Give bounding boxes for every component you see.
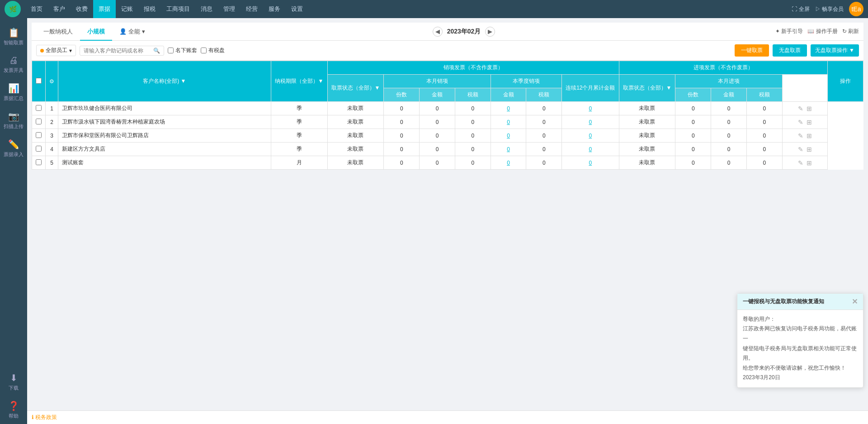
employee-filter[interactable]: 全部员工 ▾ bbox=[36, 45, 76, 56]
prev-month-btn[interactable]: ◀ bbox=[433, 27, 443, 37]
chevron-down-icon: ▾ bbox=[69, 48, 72, 54]
edit-icon[interactable]: ✎ bbox=[798, 105, 803, 112]
col-sales-q-tax: 税额 bbox=[526, 88, 562, 102]
row-tax-period: 季 bbox=[271, 115, 327, 129]
sidebar-icon: 📋 bbox=[8, 27, 19, 38]
tab-general-taxpayer[interactable]: 一般纳税人 bbox=[36, 23, 80, 41]
edit-icon[interactable]: ✎ bbox=[798, 132, 803, 139]
view-icon[interactable]: ⊞ bbox=[807, 146, 812, 153]
no-disk-fetch-btn[interactable]: 无盘取票 bbox=[773, 44, 807, 57]
row-checkbox[interactable] bbox=[36, 132, 42, 138]
no-disk-ops-btn[interactable]: 无盘取票操作 ▼ bbox=[811, 44, 859, 57]
row-purchase-m-tax: 0 bbox=[746, 156, 782, 170]
row-checkbox[interactable] bbox=[36, 159, 42, 165]
row-purchase-m-tax: 0 bbox=[746, 115, 782, 129]
toolbar-right: 一键取票 无盘取票 无盘取票操作 ▼ bbox=[735, 44, 859, 57]
top-nav-item-工商项目[interactable]: 工商项目 bbox=[161, 0, 195, 18]
sidebar-item-票据汇总[interactable]: 📊票据汇总 bbox=[0, 78, 27, 106]
top-nav-item-票据[interactable]: 票据 bbox=[93, 0, 116, 18]
view-icon[interactable]: ⊞ bbox=[807, 105, 812, 112]
sidebar-label: 扫描上传 bbox=[4, 123, 24, 130]
row-no-cell: 1 bbox=[46, 102, 58, 115]
notification-close-btn[interactable]: ✕ bbox=[852, 297, 858, 306]
vip-btn[interactable]: ▷ 畅享会员 bbox=[815, 5, 844, 13]
has-disk-checkbox[interactable] bbox=[201, 48, 207, 53]
sidebar-bottom-item-下载[interactable]: ⬇下载 bbox=[0, 368, 27, 396]
top-nav-item-管理[interactable]: 管理 bbox=[218, 0, 241, 18]
view-icon[interactable]: ⊞ bbox=[807, 132, 812, 139]
tab-small-scale[interactable]: 小规模 bbox=[80, 23, 112, 41]
col-sales-m-count: 份数 bbox=[384, 88, 420, 102]
avatar[interactable]: tEa bbox=[849, 2, 863, 16]
row-sales-m-amount: 0 bbox=[420, 115, 455, 129]
row-sales-status: 未取票 bbox=[327, 129, 384, 143]
row-purchase-m-count: 0 bbox=[675, 115, 711, 129]
row-sales-q-tax: 0 bbox=[526, 156, 562, 170]
row-checkbox-cell bbox=[32, 115, 46, 129]
row-sales-q-amount: 0 bbox=[491, 129, 526, 143]
notification-header: 一键报税与无盘取票功能恢复通知 ✕ bbox=[737, 294, 863, 310]
sidebar-item-发票开具[interactable]: 🖨发票开具 bbox=[0, 51, 27, 78]
view-icon[interactable]: ⊞ bbox=[807, 159, 812, 167]
sidebar-item-扫描上传[interactable]: 📷扫描上传 bbox=[0, 106, 27, 134]
sidebar-icon: 🖨 bbox=[9, 55, 18, 66]
top-nav-item-服务[interactable]: 服务 bbox=[263, 0, 286, 18]
col-sales-m-tax: 税额 bbox=[455, 88, 491, 102]
row-checkbox[interactable] bbox=[36, 146, 42, 152]
view-icon[interactable]: ⊞ bbox=[807, 119, 812, 126]
col-tax-period-header: 纳税期限（全部）▼ bbox=[271, 61, 327, 102]
sidebar-item-票据录入[interactable]: ✏️票据录入 bbox=[0, 134, 27, 162]
settings-icon[interactable]: ⚙ bbox=[49, 78, 54, 85]
row-purchase-m-count: 0 bbox=[675, 156, 711, 170]
tax-policy-link[interactable]: ℹ 税务政策 bbox=[32, 414, 57, 421]
col-action-header: 操作 bbox=[828, 61, 863, 102]
refresh-btn[interactable]: ↻ 刷新 bbox=[842, 28, 859, 35]
row-purchase-status: 未取票 bbox=[619, 156, 675, 170]
row-checkbox[interactable] bbox=[36, 119, 42, 124]
invoice-table: ⚙ 客户名称(全部) ▼ 纳税期限（全部）▼ 销项发票（不含作废票） 进项发票（… bbox=[32, 61, 863, 170]
next-month-btn[interactable]: ▶ bbox=[485, 27, 495, 37]
row-customer: 卫辉市汲水镇下园湾香椿营木种植家庭农场 bbox=[58, 115, 271, 129]
sidebar-bottom-item-帮助[interactable]: ❓帮助 bbox=[0, 396, 27, 424]
under-account-checkbox[interactable] bbox=[168, 48, 174, 53]
col-sales-yearly-header: 连续12个月累计金额 bbox=[562, 75, 619, 102]
edit-icon[interactable]: ✎ bbox=[798, 146, 803, 153]
manual-btn[interactable]: 📖 操作手册 bbox=[807, 28, 837, 35]
tab-all[interactable]: 👤 全能 ▾ bbox=[112, 23, 152, 41]
col-purchase-status-header: 取票状态（全部）▼ bbox=[619, 75, 675, 102]
edit-icon[interactable]: ✎ bbox=[798, 119, 803, 126]
top-nav-item-经营[interactable]: 经营 bbox=[241, 0, 263, 18]
edit-icon[interactable]: ✎ bbox=[798, 159, 803, 167]
search-icon[interactable]: 🔍 bbox=[153, 48, 160, 54]
col-purchase-m-count: 份数 bbox=[675, 88, 711, 102]
notification-popup: 一键报税与无盘取票功能恢复通知 ✕ 尊敬的用户：江苏政务网已恢复访问电子税务局功… bbox=[737, 293, 863, 388]
row-checkbox[interactable] bbox=[36, 105, 42, 111]
top-nav-item-报税[interactable]: 报税 bbox=[138, 0, 161, 18]
row-checkbox-cell bbox=[32, 129, 46, 143]
row-sales-m-count: 0 bbox=[384, 143, 420, 156]
top-nav-item-记账[interactable]: 记账 bbox=[116, 0, 138, 18]
row-tax-period: 月 bbox=[271, 156, 327, 170]
row-purchase-m-amount: 0 bbox=[711, 102, 747, 115]
row-sales-m-amount: 0 bbox=[420, 102, 455, 115]
sidebar-item-智能取票[interactable]: 📋智能取票 bbox=[0, 23, 27, 51]
top-nav-item-首页[interactable]: 首页 bbox=[25, 0, 48, 18]
has-disk-filter[interactable]: 有税盘 bbox=[201, 47, 225, 54]
row-tax-period: 季 bbox=[271, 143, 327, 156]
sidebar-icon: 📊 bbox=[8, 83, 19, 94]
top-nav-item-消息[interactable]: 消息 bbox=[195, 0, 218, 18]
table-row: 3 卫辉市保和堂医药有限公司卫辉路店 季 未取票 0 0 0 0 0 0 未取票… bbox=[32, 129, 863, 143]
under-account-filter[interactable]: 名下账套 bbox=[168, 47, 197, 54]
row-customer: 新建区方方文具店 bbox=[58, 143, 271, 156]
col-sales-q-amount: 金额 bbox=[491, 88, 526, 102]
fullscreen-btn[interactable]: ⛶ 全屏 bbox=[792, 5, 809, 13]
top-nav-item-客户[interactable]: 客户 bbox=[48, 0, 71, 18]
select-all-checkbox[interactable] bbox=[36, 78, 42, 84]
search-input[interactable] bbox=[84, 48, 151, 54]
one-key-fetch-btn[interactable]: 一键取票 bbox=[735, 44, 769, 57]
row-sales-status: 未取票 bbox=[327, 115, 384, 129]
top-nav-item-收费[interactable]: 收费 bbox=[71, 0, 93, 18]
new-guide-btn[interactable]: ✦ 新手引导 bbox=[775, 28, 803, 35]
top-nav-item-设置[interactable]: 设置 bbox=[286, 0, 308, 18]
row-sales-m-amount: 0 bbox=[420, 156, 455, 170]
